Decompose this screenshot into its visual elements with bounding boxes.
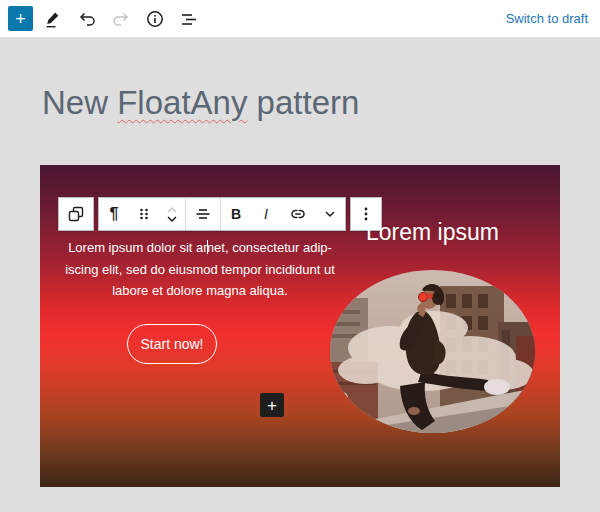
drag-handle-icon xyxy=(137,206,151,222)
toolbar-left-group: + xyxy=(8,5,203,33)
switch-to-draft-link[interactable]: Switch to draft xyxy=(506,11,592,26)
edit-tool-button[interactable] xyxy=(39,5,67,33)
undo-icon xyxy=(76,8,98,30)
editor-top-toolbar: + xyxy=(0,0,600,38)
undo-button[interactable] xyxy=(73,5,101,33)
cover-image[interactable] xyxy=(330,270,535,433)
start-now-label: Start now! xyxy=(140,336,203,352)
link-button[interactable] xyxy=(281,198,315,230)
block-appender-button[interactable]: + xyxy=(260,393,284,417)
bold-button[interactable]: B xyxy=(221,198,251,230)
start-now-button[interactable]: Start now! xyxy=(127,324,217,364)
select-parent-icon xyxy=(66,204,86,224)
pencil-icon xyxy=(42,8,64,30)
paragraph-block-button[interactable]: ¶ xyxy=(99,198,129,230)
block-movers xyxy=(159,198,185,230)
align-text-button[interactable] xyxy=(186,198,220,230)
post-title[interactable]: New FloatAny pattern xyxy=(42,84,359,122)
paragraph-line: labore et dolore magna aliqua. xyxy=(50,280,350,302)
list-view-icon xyxy=(178,8,200,30)
select-parent-segment xyxy=(58,197,94,231)
cover-heading[interactable]: Lorem ipsum xyxy=(330,219,535,246)
move-up-button[interactable] xyxy=(165,206,179,214)
redo-icon xyxy=(110,8,132,30)
appender-plus-icon: + xyxy=(267,397,277,414)
select-parent-button[interactable] xyxy=(59,198,93,230)
bold-icon: B xyxy=(231,206,241,222)
text-caret xyxy=(207,240,208,254)
post-title-misspelled-word: FloatAny xyxy=(117,84,247,121)
info-icon xyxy=(144,8,166,30)
details-button[interactable] xyxy=(141,5,169,33)
add-block-icon: + xyxy=(15,10,26,28)
paragraph-line: Lorem ipsum dolor sit amet, consectetur … xyxy=(50,237,350,259)
drag-handle[interactable] xyxy=(129,198,159,230)
link-icon xyxy=(288,204,308,224)
paragraph-icon: ¶ xyxy=(110,205,119,223)
post-title-part1: New xyxy=(42,84,117,121)
cover-image-art xyxy=(330,270,535,433)
chevron-up-icon xyxy=(165,206,179,214)
cover-paragraph[interactable]: Lorem ipsum dolor sit amet, consectetur … xyxy=(50,237,350,302)
add-block-button[interactable]: + xyxy=(8,6,33,31)
paragraph-line: iscing elit, sed do eiusmod tempor incid… xyxy=(50,259,350,281)
post-title-part2: pattern xyxy=(247,84,359,121)
move-down-button[interactable] xyxy=(165,215,179,223)
italic-button[interactable]: I xyxy=(251,198,281,230)
chevron-down-mover-icon xyxy=(165,215,179,223)
cover-block[interactable]: ¶ xyxy=(40,165,560,487)
redo-button[interactable] xyxy=(107,5,135,33)
block-toolbar-main: ¶ xyxy=(98,197,346,231)
align-center-icon xyxy=(193,204,213,224)
italic-icon: I xyxy=(262,206,270,222)
list-view-button[interactable] xyxy=(175,5,203,33)
